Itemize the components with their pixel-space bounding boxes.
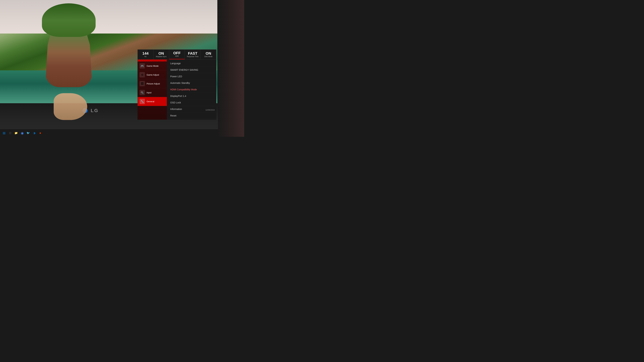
right-panel xyxy=(217,0,244,137)
general-icon: 🔧 xyxy=(140,99,145,104)
stat-das-mode[interactable]: ON DAS Mode xyxy=(200,50,216,59)
menu-item-picture-adjust[interactable]: 🖼 Picture Adjust xyxy=(138,79,167,88)
hand xyxy=(54,93,87,120)
osd-menu-container: 144 Hz ON Adaptive-Sync OFF HDR FAST Res… xyxy=(138,49,216,120)
menu-item-game-adjust[interactable]: ⚙ Game Adjust xyxy=(138,70,167,79)
menu-label-picture-adjust: Picture Adjust xyxy=(146,82,160,85)
menu-item-input[interactable]: 🔌 Input xyxy=(138,88,167,97)
rock-island xyxy=(42,3,96,87)
game-mode-icon: 🎮 xyxy=(140,63,145,68)
stat-response-time-label: Response Time xyxy=(187,56,198,57)
stat-das-mode-value: ON xyxy=(206,52,211,55)
stat-hz-label: Hz xyxy=(144,56,146,57)
submenu-power-led[interactable]: Power LED xyxy=(167,73,216,80)
search-button[interactable]: ⊡ xyxy=(8,130,13,136)
twitter-icon[interactable]: 🐦 xyxy=(26,130,31,136)
picture-adjust-icon: 🖼 xyxy=(140,81,145,86)
menu-label-general: General xyxy=(146,100,154,103)
osd-corner-stripe xyxy=(138,59,167,61)
stat-das-mode-label: DAS Mode xyxy=(204,56,212,57)
stat-response-time[interactable]: FAST Response Time xyxy=(185,50,200,59)
stat-hdr-value: OFF xyxy=(173,51,180,55)
submenu-osd-lock[interactable]: OSD Lock xyxy=(167,99,216,106)
submenu-hdmi-compatibility-mode[interactable]: HDMI Compatibility Mode xyxy=(167,86,216,93)
stat-response-time-value: FAST xyxy=(188,52,198,55)
osd-topbar: 144 Hz ON Adaptive-Sync OFF HDR FAST Res… xyxy=(138,49,216,59)
game-adjust-icon: ⚙ xyxy=(140,72,145,77)
stat-adaptive-sync-label: Adaptive-Sync xyxy=(156,56,166,57)
osd-timestamp: 12/09/2019 xyxy=(206,109,215,111)
files-icon[interactable]: 📁 xyxy=(14,130,19,136)
menu-item-general[interactable]: 🔧 General xyxy=(138,97,167,106)
osd-left-menu: 🎮 Game Mode ⚙ Game Adjust 🖼 Picture Adju… xyxy=(138,59,167,120)
stat-hdr[interactable]: OFF HDR xyxy=(169,50,185,59)
menu-label-game-adjust: Game Adjust xyxy=(146,73,159,76)
chrome-icon[interactable]: ◉ xyxy=(20,130,25,136)
stat-adaptive-sync-value: ON xyxy=(158,52,164,55)
start-button[interactable]: ⊞ xyxy=(1,130,7,136)
input-icon: 🔌 xyxy=(140,90,145,95)
menu-label-game-mode: Game Mode xyxy=(146,65,159,67)
stat-hdr-label: HDR xyxy=(175,55,179,57)
stat-hz-value: 144 xyxy=(142,52,148,55)
submenu-displayport-14[interactable]: DisplayPort 1.4 xyxy=(167,93,216,99)
menu-item-game-mode[interactable]: 🎮 Game Mode xyxy=(138,61,167,70)
submenu-smart-energy-saving[interactable]: SMART ENERGY SAVING xyxy=(167,67,216,73)
norton-icon[interactable]: ● xyxy=(38,130,43,136)
sky xyxy=(0,0,218,33)
edge-icon[interactable]: ◑ xyxy=(32,130,37,136)
submenu-automatic-standby[interactable]: Automatic Standby xyxy=(167,80,216,86)
taskbar: ⊞ ⊡ 📁 ◉ 🐦 ◑ ● xyxy=(0,129,218,137)
submenu-language[interactable]: Language xyxy=(167,60,216,67)
stat-hz[interactable]: 144 Hz xyxy=(138,50,154,59)
stat-adaptive-sync[interactable]: ON Adaptive-Sync xyxy=(154,50,169,59)
menu-label-input: Input xyxy=(146,91,152,94)
osd-main: 🎮 Game Mode ⚙ Game Adjust 🖼 Picture Adju… xyxy=(138,59,216,120)
submenu-reset[interactable]: Reset xyxy=(167,112,216,119)
